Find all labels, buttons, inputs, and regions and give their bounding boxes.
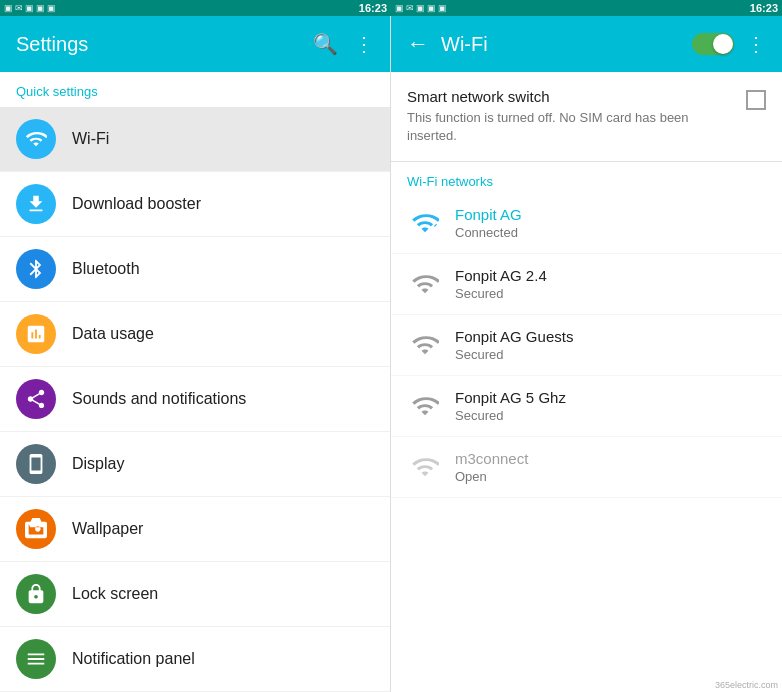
settings-item-bluetooth[interactable]: Bluetooth <box>0 237 390 302</box>
wifi-connected-icon <box>411 209 439 237</box>
settings-item-sounds[interactable]: Sounds and notifications <box>0 367 390 432</box>
notif-icon-r4: ▣ <box>427 3 436 13</box>
status-icons-left: ▣ ✉ ▣ ▣ ▣ <box>4 3 56 13</box>
notification-panel-icon <box>25 648 47 670</box>
network-name-3: Fonpit AG Guests <box>455 328 766 345</box>
smart-network-desc: This function is turned off. No SIM card… <box>407 109 730 145</box>
wifi-signal-icon-1 <box>407 205 443 241</box>
wifi-networks-label: Wi-Fi networks <box>391 162 782 193</box>
smart-network-text: Smart network switch This function is tu… <box>407 88 730 145</box>
watermark: 365electric.com <box>715 680 778 690</box>
wifi-title: Wi-Fi <box>441 33 692 56</box>
network-item-fonpit-guests[interactable]: Fonpit AG Guests Secured <box>391 315 782 376</box>
network-item-fonpit-ag[interactable]: Fonpit AG Connected <box>391 193 782 254</box>
network-item-m3connect[interactable]: m3connect Open <box>391 437 782 498</box>
display-icon <box>25 453 47 475</box>
data-usage-icon-container <box>16 314 56 354</box>
bluetooth-label: Bluetooth <box>72 260 140 278</box>
smart-network-section: Smart network switch This function is tu… <box>391 72 782 162</box>
wifi-content: Smart network switch This function is tu… <box>391 72 782 692</box>
wifi-signal-icon-4 <box>407 388 443 424</box>
settings-header: Settings 🔍 ⋮ <box>0 16 390 72</box>
settings-list: Wi-Fi Download booster Bluetooth <box>0 107 390 692</box>
network-info-3: Fonpit AG Guests Secured <box>455 328 766 362</box>
network-name-4: Fonpit AG 5 Ghz <box>455 389 766 406</box>
display-label: Display <box>72 455 124 473</box>
wifi-icon-container <box>16 119 56 159</box>
settings-title: Settings <box>16 33 313 56</box>
network-item-fonpit-ag-24[interactable]: Fonpit AG 2.4 Secured <box>391 254 782 315</box>
notif-icon-r2: ✉ <box>406 3 414 13</box>
display-icon-container <box>16 444 56 484</box>
toggle-thumb <box>713 34 733 54</box>
lock-screen-icon-container <box>16 574 56 614</box>
status-bar-left: ▣ ✉ ▣ ▣ ▣ 16:23 <box>0 0 391 16</box>
notif-icon-r5: ▣ <box>438 3 447 13</box>
wifi-signal-icon-5 <box>407 449 443 485</box>
notification-panel-label: Notification panel <box>72 650 195 668</box>
bluetooth-icon <box>25 258 47 280</box>
wifi-secured-icon-3 <box>411 331 439 359</box>
wallpaper-icon-container <box>16 509 56 549</box>
notif-icon-1: ▣ <box>4 3 13 13</box>
notification-panel-icon-container <box>16 639 56 679</box>
search-icon[interactable]: 🔍 <box>313 32 338 56</box>
status-bar: ▣ ✉ ▣ ▣ ▣ 16:23 ▣ ✉ ▣ ▣ ▣ 16:23 <box>0 0 782 16</box>
settings-item-display[interactable]: Display <box>0 432 390 497</box>
wifi-signal-icon-2 <box>407 266 443 302</box>
data-usage-icon <box>25 323 47 345</box>
notif-icon-r3: ▣ <box>416 3 425 13</box>
download-booster-icon-container <box>16 184 56 224</box>
network-status-3: Secured <box>455 347 766 362</box>
data-usage-label: Data usage <box>72 325 154 343</box>
network-status-1: Connected <box>455 225 766 240</box>
status-bar-right: ▣ ✉ ▣ ▣ ▣ 16:23 <box>391 0 782 16</box>
settings-header-icons: 🔍 ⋮ <box>313 32 374 56</box>
network-item-fonpit-5ghz[interactable]: Fonpit AG 5 Ghz Secured <box>391 376 782 437</box>
settings-item-lock-screen[interactable]: Lock screen <box>0 562 390 627</box>
notif-icon-3: ▣ <box>25 3 34 13</box>
network-name-1: Fonpit AG <box>455 206 766 223</box>
back-icon[interactable]: ← <box>407 31 429 57</box>
network-status-2: Secured <box>455 286 766 301</box>
network-name-2: Fonpit AG 2.4 <box>455 267 766 284</box>
settings-item-notification-panel[interactable]: Notification panel <box>0 627 390 692</box>
wifi-toggle[interactable] <box>692 33 734 55</box>
settings-item-wallpaper[interactable]: Wallpaper <box>0 497 390 562</box>
wallpaper-label: Wallpaper <box>72 520 143 538</box>
wifi-signal-icon-3 <box>407 327 443 363</box>
network-status-5: Open <box>455 469 766 484</box>
more-icon[interactable]: ⋮ <box>354 32 374 56</box>
settings-item-data-usage[interactable]: Data usage <box>0 302 390 367</box>
settings-item-wifi[interactable]: Wi-Fi <box>0 107 390 172</box>
main-panels: Settings 🔍 ⋮ Quick settings Wi-Fi <box>0 16 782 692</box>
wifi-icon <box>25 128 47 150</box>
download-booster-icon <box>25 193 47 215</box>
sounds-icon <box>25 388 47 410</box>
network-info-1: Fonpit AG Connected <box>455 206 766 240</box>
lock-screen-label: Lock screen <box>72 585 158 603</box>
status-icons-right: ▣ ✉ ▣ ▣ ▣ <box>395 3 447 13</box>
settings-item-download-booster[interactable]: Download booster <box>0 172 390 237</box>
wifi-open-icon <box>411 453 439 481</box>
lock-screen-icon <box>25 583 47 605</box>
wifi-panel: ← Wi-Fi ⋮ Smart network switch This func… <box>391 16 782 692</box>
download-booster-label: Download booster <box>72 195 201 213</box>
notif-icon-2: ✉ <box>15 3 23 13</box>
status-time-right: 16:23 <box>750 2 778 14</box>
network-name-5: m3connect <box>455 450 766 467</box>
bluetooth-icon-container <box>16 249 56 289</box>
toggle-track[interactable] <box>692 33 734 55</box>
notif-icon-5: ▣ <box>47 3 56 13</box>
sounds-label: Sounds and notifications <box>72 390 246 408</box>
notif-icon-4: ▣ <box>36 3 45 13</box>
wifi-more-icon[interactable]: ⋮ <box>746 32 766 56</box>
smart-network-title: Smart network switch <box>407 88 730 105</box>
network-info-4: Fonpit AG 5 Ghz Secured <box>455 389 766 423</box>
network-status-4: Secured <box>455 408 766 423</box>
wifi-secured-icon-2 <box>411 270 439 298</box>
settings-panel: Settings 🔍 ⋮ Quick settings Wi-Fi <box>0 16 391 692</box>
wallpaper-icon <box>25 518 47 540</box>
wifi-label: Wi-Fi <box>72 130 109 148</box>
smart-network-checkbox[interactable] <box>746 90 766 110</box>
